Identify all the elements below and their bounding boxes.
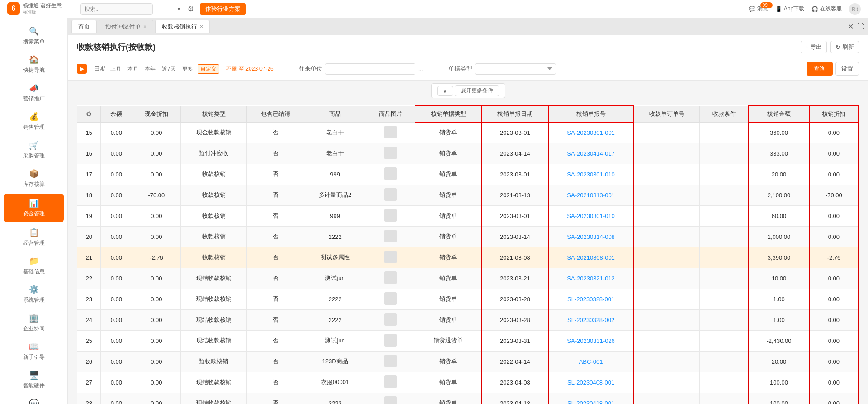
doc-type-select[interactable] — [475, 63, 556, 75]
expand-conditions-bar[interactable]: ∨ 展开更多条件 — [68, 81, 868, 101]
table-cell-balance: 0.00 — [101, 372, 132, 393]
table-cell-include-closed: 否 — [247, 164, 304, 185]
table-cell-receipt-order-no — [633, 143, 700, 164]
notification-bell[interactable]: 💬 消息 99+ — [749, 5, 768, 13]
expand-arrow[interactable]: ▶ — [77, 64, 87, 74]
export-button[interactable]: ↑ 导出 — [801, 41, 827, 53]
col-cancel-amount: 核销金额 — [749, 106, 809, 122]
cancel-doc-no-link[interactable]: SL-20230328-002 — [567, 317, 614, 323]
date-opt-this-year[interactable]: 本年 — [143, 64, 157, 74]
table-cell-receipt-order-no — [633, 330, 700, 351]
gear-button[interactable]: ⚙ — [185, 4, 196, 14]
table-row: 16 0.00 0.00 预付冲应收 否 老白干 销货单 2023-04-14 … — [77, 143, 859, 164]
table-cell-cancel-discount: 0.00 — [809, 122, 859, 143]
sidebar-item-system[interactable]: ⚙️ 系统管理 — [0, 280, 67, 309]
query-button[interactable]: 查询 — [807, 62, 833, 76]
cancel-doc-no-link[interactable]: SL-20230328-001 — [567, 296, 614, 303]
cancel-doc-no-link[interactable]: SA-20230414-017 — [567, 150, 615, 157]
product-thumbnail — [384, 396, 397, 404]
col-balance: 余额 — [101, 106, 132, 122]
dropdown-toggle[interactable]: ▼ — [176, 6, 182, 12]
date-opt-this-month[interactable]: 本月 — [126, 64, 140, 74]
sidebar-item-wechat[interactable]: 💬 企业微信 — [0, 394, 67, 404]
cancel-doc-no-link[interactable]: SA-20230314-008 — [567, 233, 615, 240]
tab-collection-close[interactable]: × — [200, 24, 203, 30]
tab-close-window-button[interactable]: ✕ — [848, 22, 854, 31]
settings-col-icon[interactable]: ⚙ — [86, 110, 92, 118]
table-cell-index: 22 — [77, 268, 101, 289]
col-settings[interactable]: ⚙ — [77, 106, 101, 122]
table-cell-cancel-doc-date: 2023-03-14 — [482, 226, 548, 247]
megaphone-icon: 📣 — [29, 83, 39, 93]
cancel-doc-no-link[interactable]: SA-20230321-012 — [567, 275, 615, 282]
filter-bar: ▶ 日期 上月 本月 本年 近7天 更多 自定义 不限 至 2023-07-26 — [68, 57, 868, 81]
table-cell-balance: 0.00 — [101, 330, 132, 351]
sidebar-item-operations[interactable]: 📋 经营管理 — [0, 223, 67, 252]
table-cell-goods: 2222 — [304, 309, 366, 330]
tab-collection[interactable]: 收款核销执行 × — [155, 20, 210, 33]
sidebar-item-enterprise[interactable]: 🏢 企业协同 — [0, 309, 67, 337]
sidebar-item-hardware[interactable]: 🖥️ 智能硬件 — [0, 366, 67, 394]
sidebar-item-basicinfo[interactable]: 📁 基础信息 — [0, 252, 67, 280]
from-unit-input[interactable] — [325, 63, 415, 75]
table-cell-index: 20 — [77, 226, 101, 247]
building-icon: 🏢 — [29, 313, 39, 323]
table-cell-cancel-discount: 0.00 — [809, 226, 859, 247]
headset-icon: 🎧 — [811, 6, 818, 12]
table-cell-index: 18 — [77, 185, 101, 205]
cancel-doc-no-link[interactable]: SA-20230301-010 — [567, 213, 615, 219]
table-cell-receipt-condition — [700, 372, 749, 393]
refresh-button[interactable]: ↻ 刷新 — [830, 41, 859, 53]
tab-prepay[interactable]: 预付冲应付单 × — [99, 20, 153, 33]
cancel-doc-no-link[interactable]: SA-20230301-001 — [567, 129, 615, 136]
table-cell-cancel-doc-no: ABC-001 — [548, 351, 633, 372]
date-opt-custom[interactable]: 自定义 — [198, 64, 219, 74]
table-cell-goods-image — [366, 205, 415, 226]
cancel-doc-no-link[interactable]: SA-20210808-001 — [567, 254, 615, 261]
cancel-doc-no-link[interactable]: ABC-001 — [579, 358, 603, 365]
setting-button[interactable]: 设置 — [835, 62, 859, 76]
cancel-doc-no-link[interactable]: SA-20230331-026 — [567, 337, 615, 344]
table-cell-receipt-condition — [700, 185, 749, 205]
cancel-doc-no-link[interactable]: SL-20230418-001 — [567, 400, 614, 404]
table-cell-receipt-order-no — [633, 372, 700, 393]
sidebar-item-purchase[interactable]: 🛒 采购管理 — [0, 136, 67, 164]
sidebar-item-marketing[interactable]: 📣 营销推广 — [0, 79, 67, 107]
app-download-link[interactable]: 📱 App下载 — [775, 5, 804, 13]
search-input[interactable] — [80, 3, 153, 15]
table-cell-cancel-doc-type: 销货单 — [415, 205, 481, 226]
sidebar-item-inventory[interactable]: 📦 库存核算 — [0, 164, 67, 193]
table-row: 28 0.00 0.00 现结收款核销 否 2222 销货单 2023-04-1… — [77, 393, 859, 404]
online-service-link[interactable]: 🎧 在线客服 — [811, 5, 842, 13]
sidebar-item-finance[interactable]: 📊 资金管理 — [4, 194, 64, 222]
date-opt-last-month[interactable]: 上月 — [108, 64, 123, 74]
cancel-doc-no-link[interactable]: SL-20230408-001 — [567, 379, 614, 386]
table-cell-cancel-type: 收款核销 — [181, 164, 247, 185]
cancel-doc-no-link[interactable]: SA-20210813-001 — [567, 192, 615, 199]
industry-solution-button[interactable]: 体验行业方案 — [200, 3, 246, 15]
table-container: ⚙ 余额 现金折扣 核销类型 包含已结清 商品 商品图片 核销单据类型 核销单报… — [68, 101, 868, 404]
search-area — [80, 3, 171, 15]
monitor-icon: 🖥️ — [29, 370, 39, 380]
cancel-doc-no-link[interactable]: SA-20230301-010 — [567, 171, 615, 178]
table-cell-cash-discount: 0.00 — [132, 122, 181, 143]
sidebar-item-sales[interactable]: 💰 销售管理 — [0, 107, 67, 136]
table-cell-receipt-condition — [700, 247, 749, 268]
sidebar-item-search[interactable]: 🔍 搜索菜单 — [0, 22, 67, 50]
table-cell-cancel-discount: 0.00 — [809, 143, 859, 164]
avatar[interactable]: Rit — [849, 3, 861, 15]
sidebar-item-quicknav[interactable]: 🏠 快捷导航 — [0, 50, 67, 79]
table-cell-cancel-type: 现结收款核销 — [181, 393, 247, 404]
sidebar-item-newbie[interactable]: 📖 新手引导 — [0, 337, 67, 366]
top-bar-actions: ▼ ⚙ 体验行业方案 — [176, 3, 743, 15]
tab-prepay-close[interactable]: × — [143, 24, 146, 30]
cart-icon: 🛒 — [29, 140, 39, 150]
table-cell-cancel-doc-date: 2021-08-13 — [482, 185, 548, 205]
table-cell-cancel-doc-no: SA-20230314-008 — [548, 226, 633, 247]
table-cell-cash-discount: 0.00 — [132, 351, 181, 372]
tab-fullscreen-button[interactable]: ⛶ — [857, 22, 864, 31]
date-opt-more[interactable]: 更多 — [180, 64, 195, 74]
table-cell-cancel-amount: 1.00 — [749, 289, 809, 309]
tab-home[interactable]: 首页 — [71, 20, 97, 33]
date-opt-7days[interactable]: 近7天 — [160, 64, 178, 74]
